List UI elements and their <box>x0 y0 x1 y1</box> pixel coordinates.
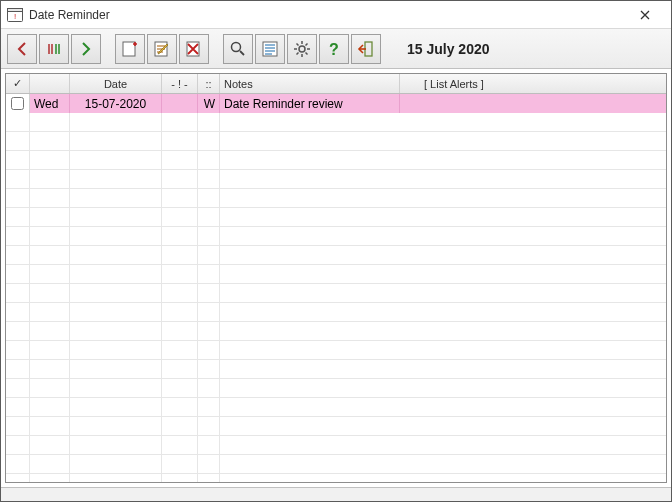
svg-text:?: ? <box>329 41 339 58</box>
edit-button[interactable] <box>147 34 177 64</box>
statusbar <box>1 487 671 501</box>
svg-point-8 <box>299 46 305 52</box>
row-checkbox[interactable] <box>11 97 24 110</box>
help-button[interactable]: ? <box>319 34 349 64</box>
row-notes: Date Reminder review <box>220 94 400 113</box>
list-button[interactable] <box>255 34 285 64</box>
row-alerts <box>400 94 666 113</box>
delete-button[interactable] <box>179 34 209 64</box>
column-header: ✓ Date - ! - :: Notes [ List Alerts ] <box>6 74 666 94</box>
col-header-date[interactable]: Date <box>70 74 162 93</box>
svg-text:!: ! <box>14 12 16 21</box>
titlebar: ! Date Reminder <box>1 1 671 29</box>
current-date: 15 July 2020 <box>407 41 490 57</box>
col-header-alerts[interactable]: [ List Alerts ] <box>400 74 666 93</box>
new-button[interactable] <box>115 34 145 64</box>
col-header-notes[interactable]: Notes <box>220 74 400 93</box>
app-icon: ! <box>7 7 23 23</box>
col-header-check[interactable]: ✓ <box>6 74 30 93</box>
row-flag <box>162 94 198 113</box>
today-button[interactable] <box>39 34 69 64</box>
row-day: Wed <box>30 94 70 113</box>
next-button[interactable] <box>71 34 101 64</box>
col-header-day[interactable] <box>30 74 70 93</box>
row-dots: W <box>198 94 220 113</box>
row-date: 15-07-2020 <box>70 94 162 113</box>
settings-button[interactable] <box>287 34 317 64</box>
table-row[interactable]: Wed 15-07-2020 W Date Reminder review <box>6 94 666 113</box>
exit-button[interactable] <box>351 34 381 64</box>
toolbar: ? 15 July 2020 <box>1 29 671 69</box>
window-title: Date Reminder <box>29 8 110 22</box>
prev-button[interactable] <box>7 34 37 64</box>
col-header-flag[interactable]: - ! - <box>162 74 198 93</box>
reminder-table: ✓ Date - ! - :: Notes [ List Alerts ] We… <box>5 73 667 483</box>
svg-point-6 <box>232 42 241 51</box>
close-button[interactable] <box>625 4 665 26</box>
search-button[interactable] <box>223 34 253 64</box>
table-body[interactable]: Wed 15-07-2020 W Date Reminder review <box>6 94 666 482</box>
svg-rect-10 <box>365 42 372 56</box>
col-header-dots[interactable]: :: <box>198 74 220 93</box>
content-area: ✓ Date - ! - :: Notes [ List Alerts ] We… <box>1 69 671 487</box>
